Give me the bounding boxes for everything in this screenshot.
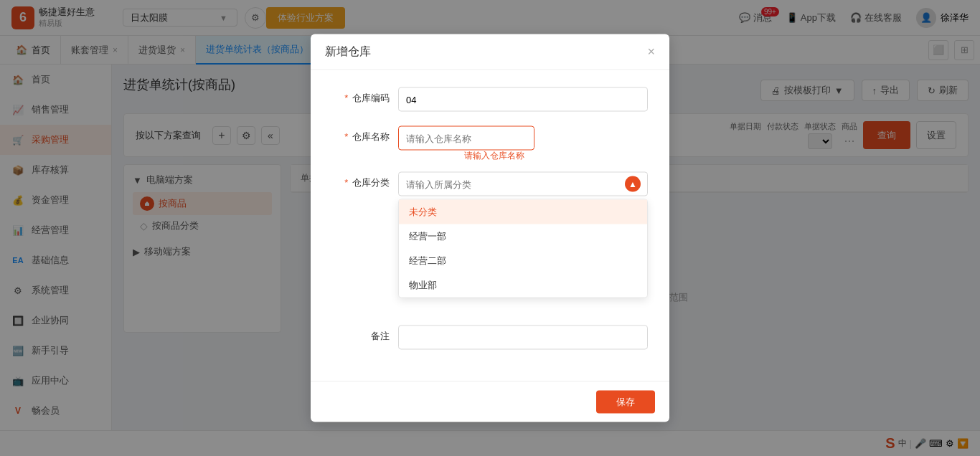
name-input-wrap: 请输入仓库名称 — [398, 126, 648, 151]
dropdown-toggle-icon[interactable]: ▲ — [625, 176, 641, 192]
name-error-msg: 请输入仓库名称 — [464, 150, 524, 162]
name-input[interactable] — [398, 126, 534, 151]
category-label: * 仓库分类 — [332, 172, 390, 189]
remark-label: 备注 — [332, 326, 390, 343]
code-required-star: * — [344, 92, 348, 103]
modal-body: * 仓库编码 * 仓库名称 请输入仓库名称 * 仓库分类 ▲ — [311, 70, 669, 381]
form-row-code: * 仓库编码 — [332, 87, 648, 112]
category-input[interactable] — [398, 172, 648, 196]
modal-header: 新增仓库 × — [311, 34, 669, 70]
dropdown-option-uncategorized[interactable]: 未分类 — [399, 200, 647, 224]
form-row-remark: 备注 — [332, 326, 648, 350]
dropdown-option-dept3[interactable]: 物业部 — [399, 273, 647, 298]
code-label: * 仓库编码 — [332, 87, 390, 105]
modal-footer: 保存 — [311, 381, 669, 422]
new-warehouse-modal: 新增仓库 × * 仓库编码 * 仓库名称 请输入仓库名称 * — [311, 34, 669, 422]
name-label: * 仓库名称 — [332, 126, 390, 143]
modal-title: 新增仓库 — [325, 44, 371, 60]
form-row-category: * 仓库分类 ▲ 未分类 经营一部 经营二部 物业部 — [332, 172, 648, 196]
code-input[interactable] — [398, 87, 648, 112]
modal-close-btn[interactable]: × — [647, 44, 655, 60]
dropdown-option-dept1[interactable]: 经营一部 — [399, 224, 647, 249]
remark-input[interactable] — [398, 326, 648, 350]
category-dropdown: ▲ 未分类 经营一部 经营二部 物业部 — [398, 172, 648, 196]
save-button[interactable]: 保存 — [596, 391, 655, 414]
form-row-name: * 仓库名称 请输入仓库名称 — [332, 126, 648, 151]
name-required-star: * — [344, 131, 348, 142]
dropdown-list: 未分类 经营一部 经营二部 物业部 — [398, 199, 648, 298]
category-required-star: * — [344, 177, 348, 188]
dropdown-option-dept2[interactable]: 经营二部 — [399, 249, 647, 273]
